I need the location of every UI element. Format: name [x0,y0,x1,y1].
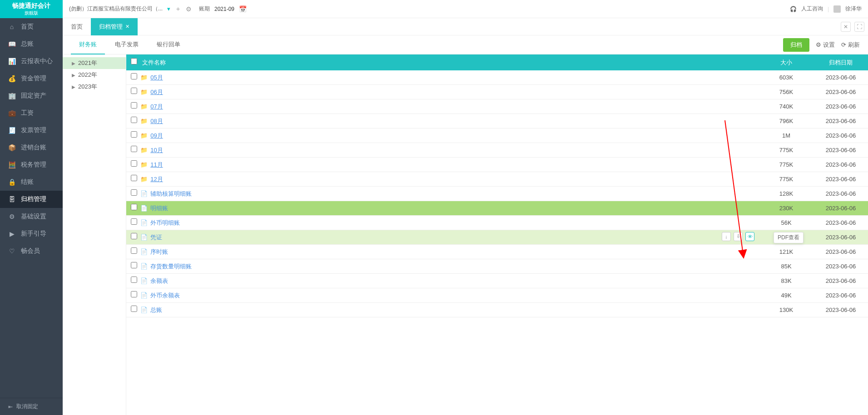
file-size: 796K [759,114,813,128]
row-checkbox[interactable] [131,102,137,109]
sidebar-item-11[interactable]: ⚙基础设置 [0,208,63,225]
sidebar: 畅捷通好会计 旗舰版 ⌂首页📖总账📊云报表中心💰资金管理🏢固定资产💼工资🧾发票管… [0,0,63,415]
sidebar-item-13[interactable]: ♡畅会员 [0,242,63,260]
table-row[interactable]: 📁11月775K2023-06-06 [126,158,868,172]
row-checkbox[interactable] [131,262,137,268]
table-row[interactable]: 📄外币余额表49K2023-06-06 [126,288,868,303]
sidebar-item-5[interactable]: 💼工资 [0,104,63,122]
row-checkbox[interactable] [131,131,137,138]
username[interactable]: 徐泽华 [845,5,862,13]
content-panel: 财务账 电子发票 银行回单 归档 ⚙设置 ⟳刷新 ▶2021年▶2022年▶20… [63,35,868,415]
row-checkbox[interactable] [131,146,137,152]
sidebar-item-2[interactable]: 📊云报表中心 [0,53,63,70]
sidebar-item-7[interactable]: 📦进销台账 [0,139,63,156]
tree-label: 2022年 [78,71,97,79]
archive-button[interactable]: 归档 [783,38,809,52]
table-row[interactable]: 📁10月775K2023-06-06 [126,143,868,158]
file-name[interactable]: 12月 [150,176,163,183]
sidebar-item-10[interactable]: 🗄归档管理 [0,191,63,208]
subtab-einvoice[interactable]: 电子发票 [107,35,147,54]
sidebar-item-8[interactable]: 🧮税务管理 [0,156,63,173]
table-row[interactable]: 📁07月740K2023-06-06 [126,99,868,114]
sidebar-item-1[interactable]: 📖总账 [0,35,63,53]
file-name[interactable]: 10月 [150,147,163,153]
file-name[interactable]: 06月 [150,89,163,95]
sidebar-item-12[interactable]: ▶新手引导 [0,225,63,242]
row-checkbox[interactable] [131,291,137,297]
view-pdf-icon[interactable]: 👁 [745,232,754,241]
nav-icon: 🏢 [8,92,15,99]
caret-right-icon: ▶ [72,73,75,78]
table-row[interactable]: 📄总账130K2023-06-06 [126,303,868,317]
file-name[interactable]: 11月 [150,161,163,168]
subtab-bankslip[interactable]: 银行回单 [149,35,188,54]
tree-item-2022年[interactable]: ▶2022年 [63,69,126,81]
sidebar-item-0[interactable]: ⌂首页 [0,18,63,35]
row-checkbox[interactable] [131,160,137,167]
file-name[interactable]: 05月 [150,74,163,81]
close-icon[interactable]: ✕ [125,24,129,30]
col-header-date: 归档日期 [813,54,868,70]
add-icon[interactable]: ＋ [175,5,181,13]
download-xml-icon[interactable]: ↓ [722,232,731,241]
sidebar-footer[interactable]: ⇤ 取消固定 [0,398,63,415]
calendar-icon[interactable]: 📅 [239,5,247,13]
file-name: 外币余额表 [150,292,180,299]
settings-link[interactable]: ⚙设置 [816,41,835,49]
nav-icon: 📊 [8,58,15,65]
row-checkbox[interactable] [131,189,137,196]
table-row[interactable]: 📁06月756K2023-06-06 [126,85,868,99]
sidebar-item-4[interactable]: 🏢固定资产 [0,87,63,104]
file-name[interactable]: 08月 [150,118,163,124]
table-row[interactable]: 📁09月1M2023-06-06 [126,128,868,143]
period-value[interactable]: 2021-09 [214,6,234,12]
table-row[interactable]: 📄辅助核算明细账128K2023-06-06 [126,187,868,201]
file-name[interactable]: 07月 [150,103,163,110]
fullscreen-icon[interactable]: ⛶ [854,22,864,32]
tab-home[interactable]: 首页 [63,18,91,35]
subtab-finance[interactable]: 财务账 [71,35,105,54]
gear-icon[interactable]: ⚙ [186,5,192,13]
table-row[interactable]: 📁08月796K2023-06-06 [126,114,868,128]
file-icon: 📄 [140,205,148,212]
select-all-checkbox[interactable] [131,58,137,64]
table-row[interactable]: 📄明细账230K2023-06-06 [126,201,868,216]
tree-item-2021年[interactable]: ▶2021年 [63,57,126,69]
file-date: 2023-06-06 [813,288,868,303]
row-checkbox[interactable] [131,218,137,225]
row-checkbox[interactable] [131,88,137,94]
download-pdf-icon[interactable]: ⇩ [734,232,743,241]
row-checkbox[interactable] [131,277,137,283]
row-checkbox[interactable] [131,306,137,312]
row-checkbox[interactable] [131,117,137,123]
tree-label: 2023年 [78,83,97,91]
sidebar-item-9[interactable]: 🔒结账 [0,173,63,191]
refresh-link[interactable]: ⟳刷新 [841,41,860,49]
company-selector[interactable]: (勿删）江西服宝精品有限责任公司（... [69,5,163,13]
file-date: 2023-06-06 [813,114,868,128]
consult-link[interactable]: 人工咨询 [801,5,823,13]
tree-item-2023年[interactable]: ▶2023年 [63,81,126,93]
sidebar-item-3[interactable]: 💰资金管理 [0,70,63,87]
avatar[interactable] [833,5,841,13]
table-row[interactable]: 📄外币明细账56K2023-06-06 [126,216,868,230]
table-row[interactable]: 📄序时账121K2023-06-06 [126,245,868,259]
row-checkbox[interactable] [131,247,137,254]
row-checkbox[interactable] [131,233,137,239]
tab-archive[interactable]: 归档管理 ✕ [91,18,138,35]
sidebar-item-6[interactable]: 🧾发票管理 [0,122,63,139]
file-name[interactable]: 09月 [150,132,163,139]
table-row[interactable]: 📁05月603K2023-06-06 [126,70,868,85]
table-row[interactable]: 📄存货数量明细账85K2023-06-06 [126,259,868,274]
row-checkbox[interactable] [131,73,137,79]
row-checkbox[interactable] [131,175,137,181]
file-date: 2023-06-06 [813,187,868,201]
tab-close-button[interactable]: ✕ [841,22,851,32]
table-row[interactable]: 📁12月775K2023-06-06 [126,172,868,187]
table-row[interactable]: 📄凭证↓⇩👁PDF查看33K2023-06-06 [126,230,868,245]
table-row[interactable]: 📄余额表83K2023-06-06 [126,274,868,288]
row-checkbox[interactable] [131,204,137,210]
year-tree: ▶2021年▶2022年▶2023年 [63,54,126,415]
chevron-down-icon[interactable]: ▾ [167,5,170,12]
nav-icon: 🧾 [8,127,15,134]
